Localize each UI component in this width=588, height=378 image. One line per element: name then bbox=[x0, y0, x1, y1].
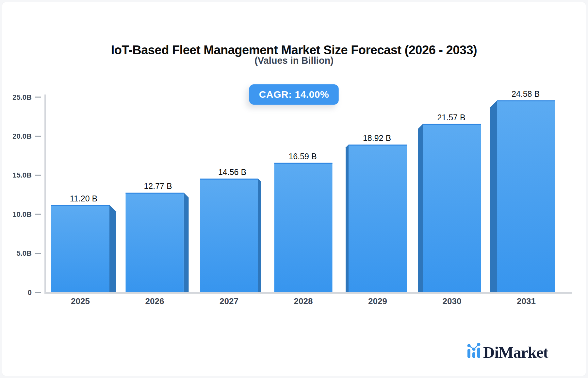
bar-top-edge bbox=[349, 145, 407, 146]
y-tick-label: 0 bbox=[28, 288, 32, 297]
bar-2031: 24.58 B2031 bbox=[490, 89, 555, 306]
dimarket-logo: DiMarket bbox=[467, 343, 549, 361]
bar-front-face bbox=[126, 193, 184, 292]
y-tick-label: 15.0B bbox=[12, 171, 32, 179]
bar-value-label: 16.59 B bbox=[288, 152, 317, 161]
y-tick-label: 5.0B bbox=[17, 249, 32, 257]
bar-2026: 12.77 B2026 bbox=[126, 181, 189, 306]
bar-side-face bbox=[184, 193, 189, 292]
bar-front-face bbox=[497, 100, 555, 292]
bar-top-edge bbox=[200, 179, 258, 180]
bar-side-face bbox=[258, 179, 261, 292]
logo-bar bbox=[467, 349, 470, 358]
x-category-label: 2030 bbox=[443, 296, 462, 306]
bar-2030: 21.57 B2030 bbox=[418, 113, 481, 306]
bar-front-face bbox=[423, 124, 481, 292]
bar-side-face bbox=[490, 100, 497, 292]
bar-value-label: 11.20 B bbox=[70, 194, 97, 203]
x-category-label: 2028 bbox=[294, 296, 313, 306]
y-tick-label: 10.0B bbox=[12, 210, 32, 218]
bar-side-face bbox=[109, 205, 116, 292]
bar-front-face bbox=[274, 163, 333, 292]
bar-top-edge bbox=[423, 124, 481, 125]
bar-top-edge bbox=[274, 163, 333, 164]
bar-2029: 18.92 B2029 bbox=[346, 133, 407, 306]
bar-2027: 14.56 B2027 bbox=[200, 167, 261, 306]
y-tick-label: 25.0B bbox=[12, 93, 32, 101]
bar-value-label: 21.57 B bbox=[437, 113, 465, 122]
bar-top-edge bbox=[51, 205, 109, 206]
bar-front-face bbox=[51, 205, 109, 292]
bar-front-face bbox=[349, 145, 407, 292]
logo-bar bbox=[472, 352, 475, 358]
y-tick-label: 20.0B bbox=[12, 132, 32, 140]
logo-dot bbox=[477, 343, 481, 346]
bar-value-label: 12.77 B bbox=[144, 181, 172, 191]
x-category-label: 2025 bbox=[71, 296, 90, 306]
x-category-label: 2029 bbox=[368, 296, 387, 306]
logo-bar bbox=[477, 348, 480, 358]
bar-side-face bbox=[346, 145, 349, 292]
bar-front-face bbox=[200, 179, 258, 292]
logo-dot bbox=[467, 344, 471, 347]
x-category-label: 2026 bbox=[145, 296, 164, 306]
x-category-label: 2031 bbox=[517, 296, 536, 306]
bar-2028: 16.59 B2028 bbox=[274, 152, 333, 306]
chart-page: { "title": "IoT-Based Fleet Management M… bbox=[0, 0, 588, 378]
x-category-label: 2027 bbox=[220, 296, 238, 306]
brand-name: DiMarket bbox=[483, 343, 548, 361]
logo-dot bbox=[472, 348, 476, 351]
chart-card: IoT-Based Fleet Management Market Size F… bbox=[2, 2, 586, 376]
bar-side-face bbox=[418, 124, 423, 292]
bar-value-label: 18.92 B bbox=[363, 133, 391, 143]
bar-top-edge bbox=[126, 193, 184, 194]
bar-2025: 11.20 B2025 bbox=[51, 194, 116, 306]
bar-top-edge bbox=[497, 100, 555, 101]
bar-value-label: 14.56 B bbox=[218, 167, 246, 177]
bar-value-label: 24.58 B bbox=[512, 89, 540, 98]
bar-chart: 05.0B10.0B15.0B20.0B25.0B11.20 B202512.7… bbox=[2, 2, 588, 378]
